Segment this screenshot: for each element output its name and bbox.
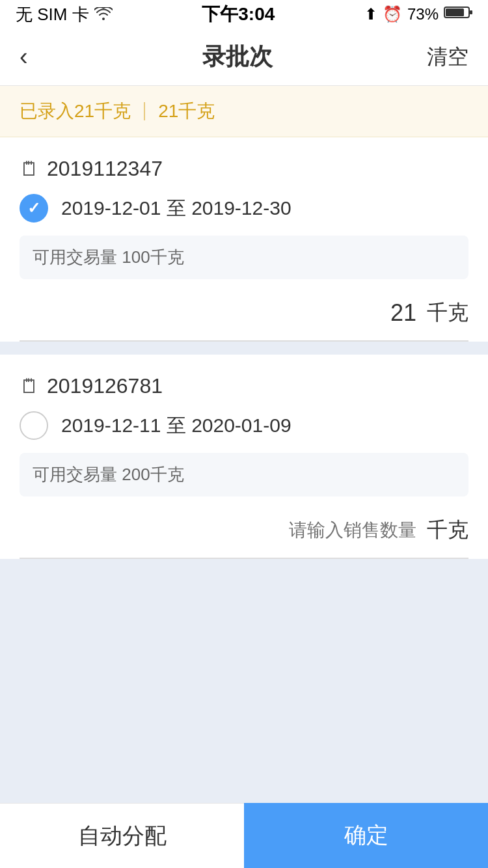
confirm-button[interactable]: 确定: [244, 803, 488, 868]
status-bar-right: ⬆ ⏰ 73%: [364, 5, 472, 23]
info-banner: 已录入21千克 21千克: [0, 86, 488, 137]
batch-card-2: 🗒 2019126781 2019-12-11 至 2020-01-09 可用交…: [0, 355, 488, 559]
section-divider: [0, 342, 488, 355]
nav-bar: ‹ 录批次 清空: [0, 29, 488, 86]
batch-id-2: 2019126781: [47, 374, 163, 398]
back-button[interactable]: ‹: [20, 43, 59, 71]
status-bar-left: 无 SIM 卡: [16, 3, 113, 26]
batch-date-2: 2019-12-11 至 2020-01-09: [61, 413, 291, 439]
carrier-text: 无 SIM 卡: [16, 3, 89, 26]
battery-icon: [444, 5, 472, 23]
batch-amount-input-1[interactable]: [338, 299, 416, 327]
batch-id-1: 2019112347: [47, 157, 163, 181]
status-bar-time: 下午3:04: [202, 2, 275, 27]
batch-available-1: 可用交易量 100千克: [20, 236, 468, 279]
batch-unit-1: 千克: [427, 299, 468, 327]
recorded-amount-label: 已录入21千克: [20, 99, 131, 124]
auto-distribute-button[interactable]: 自动分配: [0, 803, 244, 868]
batch-date-row-2[interactable]: 2019-12-11 至 2020-01-09: [0, 405, 488, 446]
batch-radio-2[interactable]: [20, 411, 48, 440]
batch-doc-icon-1: 🗒: [20, 158, 39, 180]
batch-unit-2: 千克: [427, 516, 468, 545]
batch-date-1: 2019-12-01 至 2019-12-30: [61, 195, 291, 222]
alarm-icon: ⏰: [383, 5, 402, 23]
battery-text: 73%: [407, 5, 439, 23]
banner-divider: [144, 102, 145, 120]
batch-available-2: 可用交易量 200千克: [20, 453, 468, 496]
batch-header-1: 🗒 2019112347: [0, 137, 488, 187]
bottom-bar: 自动分配 确定: [0, 803, 488, 868]
batch-amount-row-2: 千克: [0, 509, 488, 558]
batch-header-2: 🗒 2019126781: [0, 355, 488, 405]
svg-rect-1: [446, 8, 464, 16]
status-bar: 无 SIM 卡 下午3:04 ⬆ ⏰ 73%: [0, 0, 488, 29]
batch-card-1: 🗒 2019112347 2019-12-01 至 2019-12-30 可用交…: [0, 137, 488, 342]
svg-rect-2: [470, 10, 472, 14]
batch-date-row-1[interactable]: 2019-12-01 至 2019-12-30: [0, 187, 488, 229]
clear-button[interactable]: 清空: [416, 43, 468, 72]
batch-radio-1[interactable]: [20, 194, 48, 223]
batch-doc-icon-2: 🗒: [20, 375, 39, 398]
page-title: 录批次: [202, 41, 273, 73]
wifi-icon: [94, 5, 113, 25]
batch-amount-row-1: 千克: [0, 292, 488, 340]
batch-amount-input-2[interactable]: [234, 520, 416, 541]
recorded-amount-value: 21千克: [158, 99, 215, 124]
location-icon: ⬆: [364, 5, 377, 23]
